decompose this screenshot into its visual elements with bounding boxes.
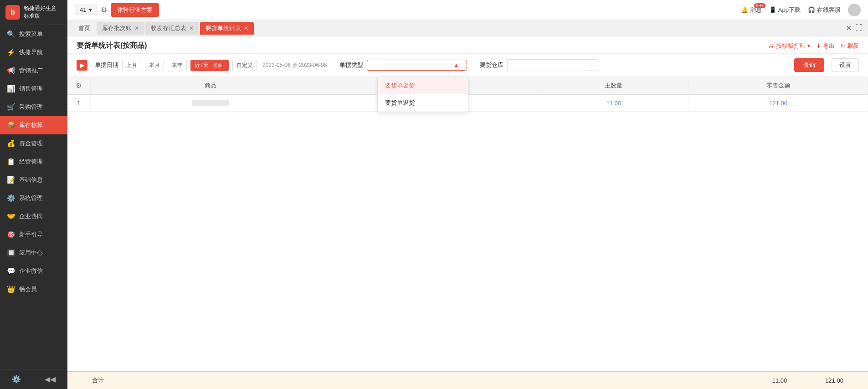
tab-close-order[interactable]: ✕ (244, 25, 248, 31)
type-dropdown: 要货单要货 要货单退货 (377, 77, 468, 112)
recent-badge: 近多 (211, 63, 225, 68)
footer-label: 合计 (74, 376, 211, 384)
sidebar-item-wechat[interactable]: 💬 企业微信 (0, 262, 67, 280)
sidebar-item-marketing[interactable]: 📢 营销推广 (0, 61, 67, 80)
sidebar-item-guide[interactable]: 🎯 新手引导 (0, 225, 67, 244)
online-service-btn[interactable]: 🎧 在线客服 (808, 6, 841, 14)
tab-order[interactable]: 要货单统计表 ✕ (200, 22, 254, 35)
refresh-icon: ↻ (840, 42, 845, 49)
table-area: ⚙ 商品 主计量单位 主数量 零售金额 1 块 11.00 121.00 (67, 77, 868, 371)
messages-btn[interactable]: 🔔 消息 99+ (741, 6, 762, 14)
type-input[interactable] (371, 62, 453, 69)
chevron-down-small-icon: ▾ (807, 42, 811, 49)
sidebar: b 畅捷通好生意 标准版 🔍 搜索菜单 ⚡ 快捷导航 📢 营销推广 📊 销售管理… (0, 0, 67, 389)
sidebar-item-enterprise[interactable]: 🤝 企业协同 (0, 207, 67, 225)
footer-amount: 121.00 (807, 377, 862, 384)
sidebar-nav: 🔍 搜索菜单 ⚡ 快捷导航 📢 营销推广 📊 销售管理 🛒 采购管理 📦 库存核… (0, 25, 67, 369)
mobile-icon: 📱 (769, 6, 776, 13)
avatar[interactable] (848, 4, 861, 16)
sidebar-item-basic[interactable]: 📝 基础信息 (0, 171, 67, 189)
export-btn[interactable]: ⬇ 导出 (816, 42, 835, 50)
sidebar-item-member[interactable]: 👑 畅会员 (0, 280, 67, 298)
megaphone-icon: 📢 (6, 66, 15, 75)
sidebar-item-search[interactable]: 🔍 搜索菜单 (0, 25, 67, 43)
logo: b 畅捷通好生意 标准版 (0, 0, 67, 25)
product-name-placeholder (192, 100, 229, 106)
search-icon: 🔍 (6, 30, 15, 39)
grid-icon: 🔲 (6, 248, 15, 257)
logo-text: 畅捷通好生意 标准版 (24, 5, 56, 20)
col-settings: ⚙ (67, 77, 90, 95)
money-icon: 💰 (6, 139, 15, 148)
tab-receive[interactable]: 收发存汇总表 ✕ (145, 22, 199, 35)
sidebar-item-system[interactable]: ⚙️ 系统管理 (0, 189, 67, 207)
sidebar-item-finance[interactable]: 💰 资金管理 (0, 134, 67, 153)
page-title: 要货单统计表(按商品) (77, 41, 147, 51)
export-icon: ⬇ (816, 42, 821, 49)
sidebar-footer: ⚙️ ◀◀ (0, 369, 67, 389)
target-icon: 🎯 (6, 230, 15, 239)
collapse-btn[interactable]: ◀◀ (41, 373, 59, 385)
topbar-gear-icon[interactable]: ⚙ (101, 5, 107, 14)
settings-footer-btn[interactable]: ⚙️ (8, 373, 25, 385)
trial-btn[interactable]: 体验行业方案 (111, 3, 159, 17)
close-window-icon[interactable]: ✕ (846, 24, 852, 32)
date-btn-this-month[interactable]: 本月 (145, 60, 164, 71)
sidebar-item-appstore[interactable]: 🔲 应用中心 (0, 244, 67, 262)
tab-close-batch[interactable]: ✕ (134, 25, 139, 31)
messages-badge: 99+ (754, 3, 765, 8)
date-btn-prev-month[interactable]: 上月 (122, 60, 141, 71)
page-header: 要货单统计表(按商品) 🖨 按模板打印 ▾ ⬇ 导出 ↻ 刷新 (67, 36, 868, 54)
tab-home[interactable]: 首页 (73, 22, 96, 35)
topbar-number: 41 ▾ (75, 5, 97, 15)
date-btn-this-year[interactable]: 本年 (168, 60, 187, 71)
date-filter-group: 单据日期 上月 本月 本年 近7天 近多 自定义 2023-05-06 至 20… (95, 60, 327, 71)
date-range: 2023-05-06 至 2023-06-06 (262, 61, 327, 69)
col-qty: 主数量 (539, 77, 689, 95)
cell-qty: 11.00 (539, 95, 689, 112)
chevron-down-icon: ▾ (89, 6, 92, 13)
warehouse-input-text (511, 61, 517, 69)
maximize-icon[interactable]: ⛶ (855, 24, 863, 32)
warehouse-input-wrap[interactable]: ··· (507, 59, 598, 71)
dropdown-item-1[interactable]: 要货单退货 (378, 94, 468, 112)
print-template-btn[interactable]: 🖨 按模板打印 ▾ (768, 42, 811, 50)
note-icon: 📝 (6, 175, 15, 184)
type-input-wrap[interactable]: ▲ (367, 60, 467, 71)
query-btn[interactable]: 查询 (794, 58, 824, 72)
date-label: 单据日期 (95, 61, 118, 69)
date-btn-custom[interactable]: 自定义 (232, 60, 257, 71)
clipboard-icon: 📋 (6, 157, 15, 166)
sidebar-item-inventory[interactable]: 📦 库存核算 (0, 116, 67, 134)
logo-icon: b (5, 5, 20, 20)
sidebar-item-sales[interactable]: 📊 销售管理 (0, 80, 67, 98)
warehouse-more-icon[interactable]: ··· (590, 62, 595, 69)
dropdown-item-0[interactable]: 要货单要货 (378, 77, 468, 94)
type-filter-group: 单据类型 ▲ (339, 60, 467, 71)
date-btn-recent7[interactable]: 近7天 近多 (190, 60, 229, 71)
topbar-left: 41 ▾ ⚙ 体验行业方案 (75, 3, 735, 17)
tabs-bar: 首页 库存批次账 ✕ 收发存汇总表 ✕ 要货单统计表 ✕ ✕ ⛶ (67, 20, 868, 36)
settings-btn[interactable]: 设置 (832, 58, 859, 72)
filter-toggle-btn[interactable]: ▶ (77, 60, 87, 71)
cell-amount: 121.00 (689, 95, 868, 112)
cell-no: 1 (67, 95, 90, 112)
table-footer: 合计 11.00 121.00 (67, 371, 868, 389)
chevron-up-icon[interactable]: ▲ (453, 61, 459, 69)
sidebar-item-operation[interactable]: 📋 经营管理 (0, 153, 67, 171)
sidebar-item-purchase[interactable]: 🛒 采购管理 (0, 98, 67, 116)
type-label: 单据类型 (339, 61, 363, 69)
filter-bar: ▶ 单据日期 上月 本月 本年 近7天 近多 自定义 2023-05-06 至 … (67, 54, 868, 77)
tab-batch[interactable]: 库存批次账 ✕ (97, 22, 144, 35)
app-download-btn[interactable]: 📱 App下载 (769, 6, 801, 14)
warehouse-filter-group: 要货仓库 ··· (480, 59, 598, 71)
col-settings-icon[interactable]: ⚙ (76, 82, 82, 89)
page-actions: 🖨 按模板打印 ▾ ⬇ 导出 ↻ 刷新 (768, 42, 859, 50)
main-area: 41 ▾ ⚙ 体验行业方案 🔔 消息 99+ 📱 App下载 🎧 在线客服 (67, 0, 868, 389)
col-amount: 零售金额 (689, 77, 868, 95)
topbar: 41 ▾ ⚙ 体验行业方案 🔔 消息 99+ 📱 App下载 🎧 在线客服 (67, 0, 868, 20)
tab-close-receive[interactable]: ✕ (189, 25, 194, 31)
sidebar-item-shortcut[interactable]: ⚡ 快捷导航 (0, 43, 67, 61)
refresh-btn[interactable]: ↻ 刷新 (840, 42, 859, 50)
cart-icon: 🛒 (6, 102, 15, 112)
